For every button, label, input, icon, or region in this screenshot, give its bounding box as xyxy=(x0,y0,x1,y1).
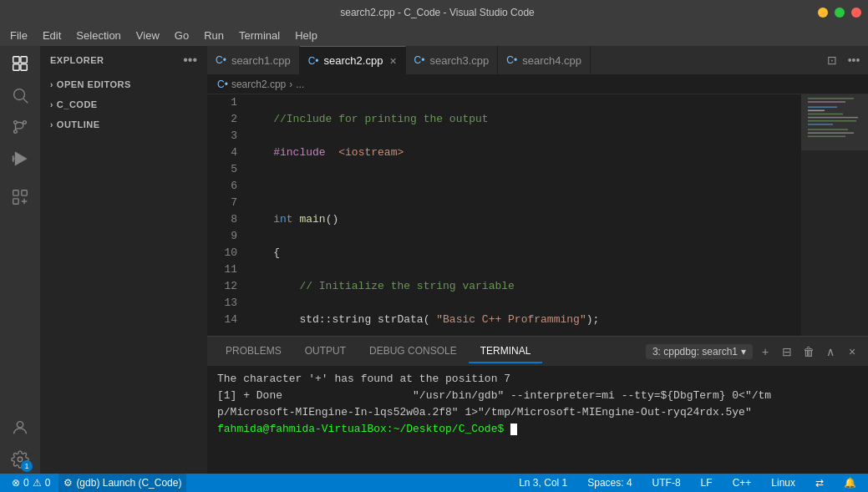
minimap xyxy=(801,94,868,336)
tab-search1[interactable]: C• search1.cpp xyxy=(207,46,300,74)
warning-icon: ⚠ xyxy=(33,477,42,489)
error-icon: ⊗ xyxy=(12,477,20,489)
svg-rect-3 xyxy=(21,64,27,70)
terminal-content[interactable]: The character '+' has found at the posit… xyxy=(207,366,868,474)
main-area: 1 Explorer ••• › OPEN EDITORS › C_CODE ›… xyxy=(0,46,868,474)
tab-close-search2[interactable]: × xyxy=(389,55,396,67)
debug-label: (gdb) Launch (C_Code) xyxy=(76,477,181,489)
tab-more-button[interactable]: ••• xyxy=(845,51,863,69)
menu-terminal[interactable]: Terminal xyxy=(232,28,287,43)
code-line-1: //Include for printing the output xyxy=(247,111,798,128)
sidebar-section-outline[interactable]: › OUTLINE xyxy=(40,114,207,134)
tab-search3[interactable]: C• search3.cpp xyxy=(406,46,499,74)
open-editors-label: OPEN EDITORS xyxy=(57,79,131,89)
window-title: search2.cpp - C_Code - Visual Studio Cod… xyxy=(57,7,818,18)
status-errors-warnings[interactable]: ⊗ 0 ⚠ 0 xyxy=(7,474,55,492)
minimize-button[interactable] xyxy=(818,8,828,18)
menu-selection[interactable]: Selection xyxy=(69,28,127,43)
terminal-selector-arrow: ▾ xyxy=(741,346,746,358)
tab-label-search3: search3.cpp xyxy=(429,54,489,67)
breadcrumb-more[interactable]: ... xyxy=(296,79,304,90)
status-spaces[interactable]: Spaces: 4 xyxy=(582,474,637,492)
panel-tab-output[interactable]: OUTPUT xyxy=(293,340,358,363)
sidebar-section-c-code[interactable]: › C_CODE xyxy=(40,94,207,114)
kill-terminal-button[interactable]: 🗑 xyxy=(799,342,818,361)
menu-go[interactable]: Go xyxy=(168,28,195,43)
platform-label: Linux xyxy=(771,477,795,489)
menu-run[interactable]: Run xyxy=(197,28,231,43)
menu-view[interactable]: View xyxy=(129,28,166,43)
new-terminal-button[interactable]: + xyxy=(756,342,774,361)
status-remote[interactable]: ⇄ xyxy=(810,474,829,492)
settings-activity-icon[interactable]: 1 xyxy=(6,445,34,474)
menubar: File Edit Selection View Go Run Terminal… xyxy=(0,25,868,46)
code-line-3 xyxy=(247,178,798,195)
maximize-button[interactable] xyxy=(835,8,845,18)
activitybar: 1 xyxy=(0,46,40,474)
source-control-activity-icon[interactable] xyxy=(6,113,34,141)
close-button[interactable] xyxy=(851,8,861,18)
remote-icon: ⇄ xyxy=(815,477,824,489)
terminal-selector[interactable]: 3: cppdbg: search1 ▾ xyxy=(646,344,753,359)
code-content[interactable]: //Include for printing the output #inclu… xyxy=(244,94,801,336)
status-platform[interactable]: Linux xyxy=(766,474,800,492)
sidebar: Explorer ••• › OPEN EDITORS › C_CODE › O… xyxy=(40,46,207,474)
svg-line-5 xyxy=(23,99,28,103)
terminal-prompt: fahmida@fahmida-VirtualBox:~/Desktop/C_C… xyxy=(217,423,504,435)
tab-search2[interactable]: C• search2.cpp × xyxy=(300,46,406,74)
code-line-7: std::string strData( "Basic C++ Proframm… xyxy=(247,312,798,328)
line-numbers: 12345 678910 11121314 xyxy=(207,94,244,336)
tab-search4[interactable]: C• search4.cpp xyxy=(498,46,591,74)
terminal-selector-label: 3: cppdbg: search1 xyxy=(652,346,738,358)
svg-rect-2 xyxy=(13,64,19,70)
status-line-ending[interactable]: LF xyxy=(696,474,718,492)
sidebar-section-open-editors[interactable]: › OPEN EDITORS xyxy=(40,74,207,94)
breadcrumb: C• search2.cpp › ... xyxy=(207,75,868,94)
explorer-activity-icon[interactable] xyxy=(6,49,34,78)
split-terminal-button[interactable]: ⊟ xyxy=(778,342,796,361)
code-editor[interactable]: 12345 678910 11121314 //Include for prin… xyxy=(207,94,868,336)
menu-help[interactable]: Help xyxy=(288,28,324,43)
svg-rect-1 xyxy=(21,57,27,63)
menu-file[interactable]: File xyxy=(3,28,34,43)
account-activity-icon[interactable] xyxy=(6,413,34,442)
run-debug-activity-icon[interactable] xyxy=(6,145,34,173)
status-position[interactable]: Ln 3, Col 1 xyxy=(514,474,572,492)
breadcrumb-file[interactable]: search2.cpp xyxy=(231,79,286,90)
svg-marker-9 xyxy=(16,153,27,165)
status-debug-launch[interactable]: ⚙ (gdb) Launch (C_Code) xyxy=(58,474,186,492)
svg-point-8 xyxy=(14,130,18,134)
outline-label: OUTLINE xyxy=(57,119,100,129)
panel-tab-debug-console[interactable]: DEBUG CONSOLE xyxy=(358,340,469,363)
split-editor-button[interactable]: ⊡ xyxy=(823,51,841,69)
tabbar: C• search1.cpp C• search2.cpp × C• searc… xyxy=(207,46,868,75)
breadcrumb-file-icon: C• xyxy=(217,79,228,90)
panel-close-button[interactable]: × xyxy=(843,342,861,361)
code-line-2: #include <iostream> xyxy=(247,145,798,161)
sidebar-title: Explorer xyxy=(50,55,104,65)
panel-tab-problems[interactable]: PROBLEMS xyxy=(214,340,293,363)
tab-icon-search2: C• xyxy=(308,55,319,67)
tab-icon-search4: C• xyxy=(506,54,517,66)
terminal-cursor xyxy=(510,424,517,435)
terminal-prompt-line: fahmida@fahmida-VirtualBox:~/Desktop/C_C… xyxy=(217,421,858,438)
encoding-label: UTF-8 xyxy=(652,477,681,489)
tab-label-search2: search2.cpp xyxy=(324,54,383,67)
svg-rect-0 xyxy=(13,57,19,63)
menu-edit[interactable]: Edit xyxy=(36,28,68,43)
svg-point-7 xyxy=(23,121,27,124)
svg-rect-12 xyxy=(13,190,18,195)
status-notifications[interactable]: 🔔 xyxy=(839,474,861,492)
code-line-4: int main() xyxy=(247,211,798,228)
panel-tab-terminal[interactable]: TERMINAL xyxy=(469,340,543,363)
panel-collapse-button[interactable]: ∧ xyxy=(821,342,840,361)
panel-tabbar: PROBLEMS OUTPUT DEBUG CONSOLE TERMINAL 3… xyxy=(207,337,868,366)
status-encoding[interactable]: UTF-8 xyxy=(647,474,686,492)
extensions-activity-icon[interactable] xyxy=(6,183,34,211)
position-label: Ln 3, Col 1 xyxy=(519,477,567,489)
status-language[interactable]: C++ xyxy=(728,474,757,492)
spaces-label: Spaces: 4 xyxy=(587,477,632,489)
search-activity-icon[interactable] xyxy=(6,81,34,109)
status-right: Ln 3, Col 1 Spaces: 4 UTF-8 LF C++ Linux… xyxy=(514,474,861,492)
sidebar-more-button[interactable]: ••• xyxy=(183,53,197,68)
